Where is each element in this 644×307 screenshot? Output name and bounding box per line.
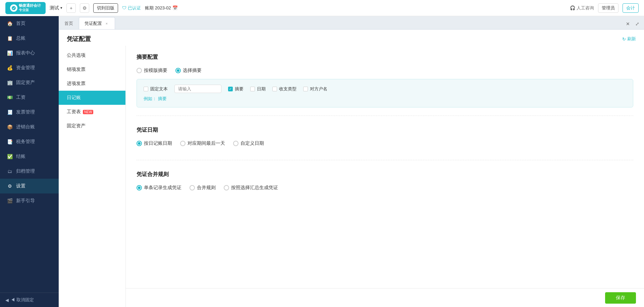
consult-button[interactable]: 🎧 人工咨询 bbox=[570, 5, 594, 11]
accountant-button[interactable]: 会计 bbox=[623, 3, 639, 13]
sidebar-item-tax[interactable]: 📑 税务管理 bbox=[0, 134, 59, 149]
shield-icon: 🛡 bbox=[122, 5, 126, 10]
calendar-icon[interactable]: 📅 bbox=[172, 5, 178, 10]
nav-item-purchase-invoice[interactable]: 进项发票 bbox=[59, 77, 125, 91]
summary-radio-group: 按模版摘要 选择摘要 bbox=[137, 68, 633, 74]
close-window-button[interactable]: ✕ bbox=[624, 20, 632, 28]
radio-template-summary[interactable]: 按模版摘要 bbox=[137, 68, 167, 74]
voucher-date-title: 凭证日期 bbox=[137, 127, 633, 134]
sidebar-item-label: 发票管理 bbox=[16, 109, 35, 115]
journal-date-circle bbox=[137, 141, 142, 146]
voucher-date-section: 凭证日期 按日记账日期 对应期间最后一天 bbox=[137, 127, 633, 160]
topbar: 畅捷通好会计 专业版 测试 ▾ + ⚙ 切到旧版 🛡 已认证 账期 2023-0… bbox=[0, 0, 644, 16]
config-layout: 公共选项 销项发票 进项发票 日记账 工资表 NEW 固定资产 摘要 bbox=[59, 46, 644, 307]
sidebar-item-sales[interactable]: 📦 进销台账 bbox=[0, 120, 59, 134]
sidebar-item-label: 总账 bbox=[16, 35, 25, 41]
sidebar-item-label: 设置 bbox=[16, 183, 25, 189]
tab-voucher-config[interactable]: 凭证配置 × bbox=[79, 17, 115, 29]
certified-status: 🛡 已认证 bbox=[122, 5, 141, 11]
refresh-button[interactable]: ↻ 刷新 bbox=[622, 36, 636, 42]
sidebar-item-label: 首页 bbox=[16, 20, 25, 27]
fixed-text-input[interactable] bbox=[174, 85, 221, 93]
admin-button[interactable]: 管理员 bbox=[598, 3, 619, 13]
period-last-circle bbox=[180, 141, 185, 146]
radio-journal-date[interactable]: 按日记账日期 bbox=[137, 140, 172, 146]
logo-icon bbox=[10, 4, 17, 12]
sidebar-item-home[interactable]: 🏠 首页 bbox=[0, 16, 59, 31]
page-title: 凭证配置 bbox=[67, 35, 91, 43]
app-name: 畅捷通好会计 bbox=[19, 3, 41, 8]
radio-select-merge[interactable]: 按照选择汇总生成凭证 bbox=[224, 185, 278, 191]
nav-item-fixed-assets[interactable]: 固定资产 bbox=[59, 119, 125, 133]
sidebar-item-label: 进销台账 bbox=[16, 124, 35, 130]
nav-item-sales-invoice[interactable]: 销项发票 bbox=[59, 62, 125, 77]
example-preview: 例如： 摘要 bbox=[144, 96, 626, 102]
sidebar-item-report[interactable]: 📊 报表中心 bbox=[0, 46, 59, 60]
sidebar-item-label: 新手引导 bbox=[16, 198, 35, 204]
unpin-button[interactable]: ◀ ◀ 取消固定 bbox=[5, 297, 53, 303]
sidebar-item-label: 税务管理 bbox=[16, 139, 35, 145]
sidebar: 🏠 首页 📋 总账 📊 报表中心 💰 资金管理 🏢 固定资产 💵 工资 bbox=[0, 16, 59, 307]
app-edition: 专业版 bbox=[19, 8, 41, 12]
sidebar-item-guide[interactable]: 🎬 新手引导 bbox=[0, 193, 59, 208]
sidebar-item-archive[interactable]: 🗂 归档管理 bbox=[0, 164, 59, 179]
settings-icon[interactable]: ⚙ bbox=[80, 3, 89, 13]
radio-period-last[interactable]: 对应期间最后一天 bbox=[180, 140, 225, 146]
pin-icon: ◀ bbox=[5, 298, 9, 303]
nav-item-public[interactable]: 公共选项 bbox=[59, 48, 125, 62]
settle-icon: ✅ bbox=[7, 154, 13, 160]
merge-circle bbox=[190, 185, 195, 190]
tabbar: 首页 凭证配置 × ✕ ⤢ bbox=[59, 16, 644, 30]
radio-single[interactable]: 单条记录生成凭证 bbox=[137, 185, 181, 191]
radio-template-circle bbox=[137, 68, 142, 73]
radio-custom-date[interactable]: 自定义日期 bbox=[233, 140, 264, 146]
sidebar-item-asset[interactable]: 🏢 固定资产 bbox=[0, 75, 59, 90]
add-button[interactable]: + bbox=[66, 3, 76, 13]
nav-item-journal[interactable]: 日记账 bbox=[59, 91, 125, 105]
tab-close-icon[interactable]: × bbox=[104, 21, 109, 26]
switch-version-button[interactable]: 切到旧版 bbox=[93, 3, 118, 13]
summary-options-box: 固定文本 摘要 日期 bbox=[137, 79, 633, 107]
sidebar-item-fund[interactable]: 💰 资金管理 bbox=[0, 60, 59, 75]
config-nav: 公共选项 销项发票 进项发票 日记账 工资表 NEW 固定资产 bbox=[59, 46, 126, 307]
select-merge-circle bbox=[224, 185, 229, 190]
sidebar-item-label: 工资 bbox=[16, 94, 25, 100]
project-selector[interactable]: 测试 ▾ bbox=[50, 5, 62, 11]
radio-select-summary[interactable]: 选择摘要 bbox=[175, 68, 202, 74]
maximize-button[interactable]: ⤢ bbox=[633, 20, 641, 28]
checkbox-date[interactable]: 日期 bbox=[250, 86, 266, 92]
sidebar-item-label: 报表中心 bbox=[16, 50, 35, 56]
guide-icon: 🎬 bbox=[7, 198, 13, 204]
radio-select-circle bbox=[175, 68, 181, 73]
sidebar-item-label: 归档管理 bbox=[16, 168, 35, 174]
tab-home[interactable]: 首页 bbox=[59, 17, 79, 29]
sidebar-item-settings[interactable]: ⚙ 设置 bbox=[0, 179, 59, 193]
checkbox-counterpart[interactable]: 对方户名 bbox=[303, 86, 327, 92]
sidebar-item-invoice[interactable]: 🧾 发票管理 bbox=[0, 105, 59, 120]
checkbox-summary[interactable]: 摘要 bbox=[228, 86, 244, 92]
checkbox-pay-type[interactable]: 收支类型 bbox=[272, 86, 297, 92]
project-name: 测试 bbox=[50, 5, 59, 11]
nav-item-payroll-table[interactable]: 工资表 NEW bbox=[59, 105, 125, 119]
settings-sidebar-icon: ⚙ bbox=[7, 183, 13, 189]
sidebar-item-payroll[interactable]: 💵 工资 bbox=[0, 90, 59, 105]
ledger-icon: 📋 bbox=[7, 35, 13, 41]
merge-rule-section: 凭证合并规则 单条记录生成凭证 合并规则 bbox=[137, 171, 633, 204]
merge-rule-title: 凭证合并规则 bbox=[137, 171, 633, 178]
page-header: 凭证配置 ↻ 刷新 bbox=[59, 30, 644, 46]
invoice-icon: 🧾 bbox=[7, 109, 13, 115]
sidebar-item-ledger[interactable]: 📋 总账 bbox=[0, 31, 59, 46]
sidebar-item-settle[interactable]: ✅ 结账 bbox=[0, 149, 59, 164]
config-main: 摘要配置 按模版摘要 选择摘要 bbox=[126, 46, 644, 288]
headset-icon: 🎧 bbox=[570, 5, 575, 10]
single-circle bbox=[137, 185, 142, 190]
radio-merge[interactable]: 合并规则 bbox=[190, 185, 216, 191]
tab-voucher-config-label: 凭证配置 bbox=[85, 20, 102, 27]
checkbox-fixed-text[interactable]: 固定文本 bbox=[144, 86, 168, 92]
summary-checkbox-row: 固定文本 摘要 日期 bbox=[144, 85, 626, 93]
app-logo: 畅捷通好会计 专业版 bbox=[5, 2, 46, 14]
summary-section-title: 摘要配置 bbox=[137, 54, 633, 61]
save-button[interactable]: 保存 bbox=[605, 292, 636, 304]
summary-checkbox-box bbox=[228, 87, 233, 91]
pay-type-checkbox-box bbox=[272, 87, 277, 91]
